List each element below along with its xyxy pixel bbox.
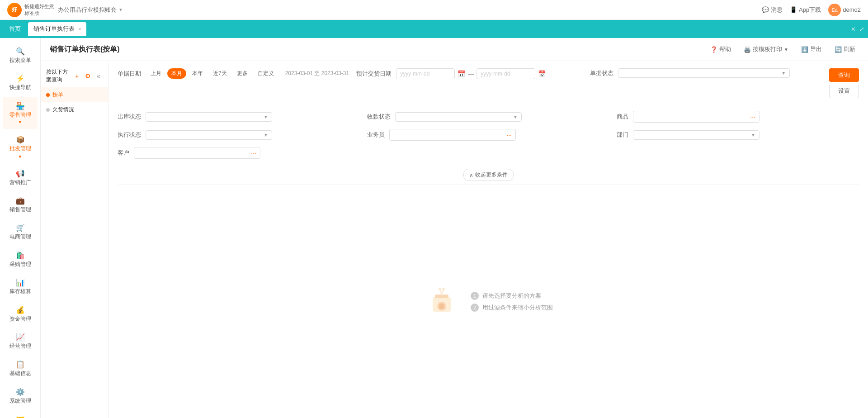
app-download-button[interactable]: 📱 App下载 <box>790 6 821 14</box>
left-panel-item-orders[interactable]: 按单 <box>41 87 108 102</box>
this-month-pill[interactable]: 本月 <box>167 68 186 79</box>
svg-rect-3 <box>439 304 444 309</box>
sidebar-item-ecommerce[interactable]: 🛒 电商管理 <box>3 219 38 244</box>
collapse-btn[interactable]: ∧ 收起更多条件 <box>463 169 514 181</box>
quick-nav-icon: ⚡ <box>16 74 25 83</box>
logo-icon: 好 <box>7 3 22 17</box>
empty-hints: 1 请先选择要分析的方案 2 用过滤条件来缩小分析范围 <box>471 292 553 312</box>
expected-date-to[interactable] <box>476 68 535 79</box>
salesman-label: 业务员 <box>367 131 387 139</box>
execution-select[interactable]: ▼ <box>146 130 272 140</box>
expected-date-from[interactable] <box>396 68 455 79</box>
receipt-select[interactable]: ▼ <box>395 112 522 122</box>
last7-pill[interactable]: 近7天 <box>209 68 231 79</box>
delivery-select[interactable]: ▼ <box>146 112 272 122</box>
active-dot-icon <box>46 93 50 97</box>
sidebar-item-system[interactable]: ⚙️ 系统管理 <box>3 383 38 408</box>
delivery-label: 出库状态 <box>118 113 143 121</box>
expected-date-label: 预计交货日期 <box>356 70 393 78</box>
tab-home[interactable]: 首页 <box>4 22 26 36</box>
department-arrow-icon: ▼ <box>751 133 755 138</box>
sidebar-item-enterprise[interactable]: 🤝 企业协同 <box>3 410 38 418</box>
left-panel-item-arrears[interactable]: 欠货情况 <box>41 102 108 117</box>
collapse-bar[interactable]: ∧ 收起更多条件 <box>118 165 859 185</box>
breadcrumb[interactable]: 办公用品行业模拟账套 ▼ <box>58 6 123 14</box>
filter-data-area: 单据日期 上月 本月 本年 近7天 更多 自定义 2023-03-01 至 20… <box>108 61 868 418</box>
collapse-icon: ∧ <box>469 172 473 178</box>
date-cal-from-icon[interactable]: 📅 <box>458 70 465 77</box>
status-select[interactable]: ▼ <box>618 68 790 78</box>
wholesale-icon: 📦 <box>16 135 25 144</box>
user-profile[interactable]: Ea demo2 <box>828 4 861 16</box>
salesman-select[interactable]: ··· <box>389 129 516 141</box>
print-button[interactable]: 🖨️ 按模板打印 ▼ <box>740 43 792 55</box>
tab-maximize-icon[interactable]: ⤢ <box>859 26 864 33</box>
sidebar-item-inventory[interactable]: 📊 库存核算 <box>3 274 38 299</box>
empty-hint-1: 1 请先选择要分析的方案 <box>471 292 553 300</box>
sidebar-item-finance[interactable]: 💰 资金管理 <box>3 301 38 327</box>
tab-close-icon[interactable]: × <box>78 26 81 32</box>
tab-sales-order[interactable]: 销售订单执行表 × <box>28 22 86 36</box>
page-title: 销售订单执行表(按单) <box>50 45 120 54</box>
top-bar-right: 💬 消息 📱 App下载 Ea demo2 <box>762 4 861 16</box>
tab-bar-right: ✕ ⤢ <box>851 26 864 33</box>
department-select[interactable]: ▼ <box>633 130 760 140</box>
enterprise-icon: 🤝 <box>16 415 25 418</box>
message-button[interactable]: 💬 消息 <box>762 6 783 14</box>
download-icon: 📱 <box>790 6 797 13</box>
prev-month-pill[interactable]: 上月 <box>146 68 165 79</box>
status-arrow-icon: ▼ <box>781 71 786 76</box>
empty-hint-2: 2 用过滤条件来缩小分析范围 <box>471 304 553 312</box>
print-icon: 🖨️ <box>744 46 751 53</box>
sidebar-item-marketing[interactable]: 📢 营销推广 <box>3 165 38 190</box>
avatar: Ea <box>828 4 841 16</box>
query-button[interactable]: 查询 <box>829 68 859 82</box>
custom-pill[interactable]: 自定义 <box>254 68 278 79</box>
tab-close-window-icon[interactable]: ✕ <box>851 26 856 33</box>
sidebar-quick-nav[interactable]: ⚡ 快捷导航 <box>3 70 38 95</box>
marketing-icon: 📢 <box>16 169 25 178</box>
print-dropdown-icon: ▼ <box>784 47 788 52</box>
customer-label: 客户 <box>118 149 131 157</box>
date-pills: 上月 本月 本年 近7天 更多 自定义 <box>146 68 278 79</box>
help-button[interactable]: ❓ 帮助 <box>707 43 735 55</box>
refresh-icon: 🔄 <box>835 46 842 53</box>
this-year-pill[interactable]: 本年 <box>188 68 207 79</box>
execution-arrow-icon: ▼ <box>264 133 268 138</box>
sidebar-item-basic[interactable]: 📋 基础信息 <box>3 356 38 381</box>
sidebar: 🔍 搜索菜单 ⚡ 快捷导航 🏪 零售管理 ▼ 📦 批发管理 ▲ 📢 营销推广 💼… <box>0 38 41 418</box>
tab-bar: 首页 销售订单执行表 × ✕ ⤢ <box>0 20 868 38</box>
left-panel: 按以下方案查询 + ⚙ « 按单 欠货情况 <box>41 61 108 418</box>
goods-label: 商品 <box>617 113 630 121</box>
goods-select[interactable]: ··· <box>633 111 760 123</box>
message-icon: 💬 <box>762 6 769 13</box>
export-button[interactable]: ⬇️ 导出 <box>797 43 826 55</box>
inactive-dot-icon <box>46 108 50 112</box>
logo-text: 畅捷通好生意 标准版 <box>24 3 54 16</box>
query-btn-area: 查询 设置 <box>829 68 859 98</box>
export-icon: ⬇️ <box>801 46 808 53</box>
more-pill[interactable]: 更多 <box>233 68 252 79</box>
refresh-button[interactable]: 🔄 刷新 <box>831 43 859 55</box>
left-panel-add-icon[interactable]: + <box>73 72 81 80</box>
date-range-text: 2023-03-01 至 2023-03-31 <box>285 70 349 77</box>
logo-area: 好 畅捷通好生意 标准版 <box>7 3 54 17</box>
receipt-label: 收款状态 <box>367 113 392 121</box>
page-actions: ❓ 帮助 🖨️ 按模板打印 ▼ ⬇️ 导出 🔄 刷新 <box>707 43 859 55</box>
left-panel-settings-icon[interactable]: ⚙ <box>84 72 92 80</box>
sidebar-item-sales[interactable]: 💼 销售管理 <box>3 192 38 217</box>
sidebar-search[interactable]: 🔍 搜索菜单 <box>3 43 38 68</box>
sidebar-item-retail[interactable]: 🏪 零售管理 ▼ <box>3 97 38 129</box>
retail-icon: 🏪 <box>16 102 25 110</box>
sidebar-item-purchase[interactable]: 🛍️ 采购管理 <box>3 247 38 272</box>
sales-icon: 💼 <box>16 196 25 205</box>
sidebar-item-wholesale[interactable]: 📦 批发管理 ▲ <box>3 131 38 162</box>
customer-select[interactable]: ··· <box>134 147 260 159</box>
sidebar-item-business[interactable]: 📈 经营管理 <box>3 328 38 354</box>
settings-button[interactable]: 设置 <box>829 84 859 98</box>
left-panel-collapse-icon[interactable]: « <box>94 72 103 80</box>
svg-point-7 <box>439 288 441 290</box>
date-cal-to-icon[interactable]: 📅 <box>538 70 546 77</box>
content-inner: 按以下方案查询 + ⚙ « 按单 欠货情况 <box>41 61 868 418</box>
left-panel-header: 按以下方案查询 + ⚙ « <box>41 65 108 87</box>
